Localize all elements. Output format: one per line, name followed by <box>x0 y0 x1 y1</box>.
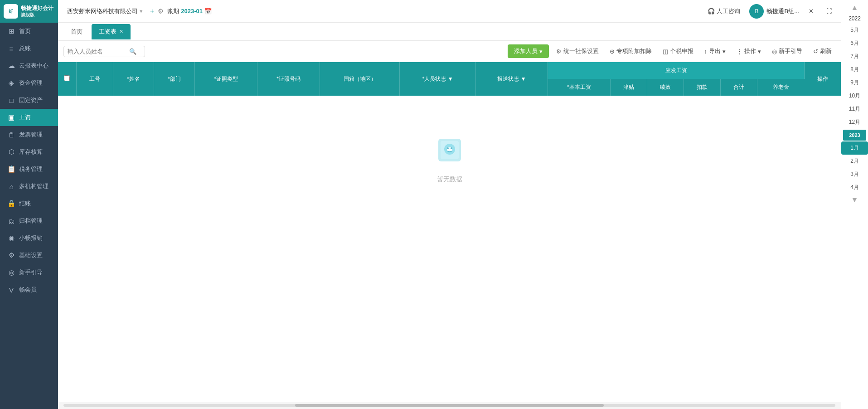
tab-home[interactable]: 首页 <box>63 24 90 39</box>
guide-icon: ◎ <box>7 268 15 277</box>
scrollbar-thumb[interactable] <box>295 404 604 407</box>
avatar: B <box>749 4 764 19</box>
month-3[interactable]: 3月 <box>841 168 868 181</box>
month-8[interactable]: 8月 <box>841 63 868 76</box>
main-content: 西安虾米网络科技有限公司 ▾ + ⚙ 账期 2023-01 📅 🎧 人工咨询 B… <box>58 0 841 409</box>
tax-declaration-btn[interactable]: ◫ 个税申报 <box>659 45 697 57</box>
prev-year-label: 2022 <box>849 14 861 24</box>
sidebar-item-fixed-assets[interactable]: □ 固定资产 <box>0 92 58 109</box>
header: 西安虾米网络科技有限公司 ▾ + ⚙ 账期 2023-01 📅 🎧 人工咨询 B… <box>58 0 841 23</box>
add-company-icon[interactable]: + <box>150 7 154 15</box>
inventory-icon: ⬡ <box>7 148 15 156</box>
month-7[interactable]: 7月 <box>841 50 868 63</box>
tab-close-salary[interactable]: ✕ <box>119 29 123 34</box>
app-logo: 好 畅捷通好会计 旗舰版 <box>0 0 58 23</box>
sidebar-item-ledger[interactable]: ≡ 总账 <box>0 40 58 57</box>
headset-icon: 🎧 <box>708 8 715 15</box>
settings-company-icon[interactable]: ⚙ <box>158 7 164 15</box>
col-pension: 养老金 <box>757 79 805 96</box>
month-1[interactable]: 1月 <box>841 141 868 155</box>
settings-icon: ⚙ <box>7 251 15 259</box>
col-id-type: *证照类型 <box>195 62 257 96</box>
tab-salary[interactable]: 工资表 ✕ <box>92 24 131 39</box>
sidebar-item-tax[interactable]: 📋 税务管理 <box>0 161 58 178</box>
fund-icon: ◈ <box>7 79 15 87</box>
month-11[interactable]: 11月 <box>841 102 868 116</box>
tax-icon: 📋 <box>7 165 15 173</box>
close-window-btn[interactable]: ✕ <box>805 5 817 18</box>
sidebar-item-member[interactable]: V 畅会员 <box>0 281 58 298</box>
col-allowance: 津贴 <box>610 79 647 96</box>
period-value: 2023-01 <box>181 8 203 15</box>
sidebar: 好 畅捷通好会计 旗舰版 ⊞ 首页 ≡ 总账 ☁ 云报表中心 ◈ 资金管理 □ … <box>0 0 58 409</box>
special-deduction-btn[interactable]: ⊕ 专项附加扣除 <box>606 45 655 57</box>
closing-icon: 🔒 <box>7 200 15 208</box>
toolbar: 🔍 添加人员 ▾ ⚙ 统一社保设置 ⊕ 专项附加扣除 ◫ 个税申报 ↑ 导出 ▾… <box>58 41 841 62</box>
col-no: 工号 <box>76 62 113 96</box>
col-deduction: 扣款 <box>684 79 721 96</box>
filter-status-icon[interactable]: ▼ <box>448 76 453 82</box>
month-2[interactable]: 2月 <box>841 155 868 168</box>
current-year-label: 2023 <box>843 130 866 141</box>
sidebar-item-expense[interactable]: ◉ 小畅报销 <box>0 229 58 247</box>
sidebar-item-salary[interactable]: ▣ 工资 <box>0 109 58 126</box>
user-profile[interactable]: B 畅捷通B组... <box>749 4 799 19</box>
export-btn[interactable]: ↑ 导出 ▾ <box>701 45 730 57</box>
company-selector[interactable]: 西安虾米网络科技有限公司 ▾ <box>63 5 146 17</box>
calendar-icon[interactable]: 📅 <box>204 8 212 15</box>
company-name: 西安虾米网络科技有限公司 <box>67 7 138 15</box>
sidebar-item-cloud-report[interactable]: ☁ 云报表中心 <box>0 57 58 74</box>
col-total: 合计 <box>721 79 757 96</box>
tab-bar: 首页 工资表 ✕ <box>58 23 841 41</box>
scrollbar-track <box>63 404 835 407</box>
sidebar-item-fund[interactable]: ◈ 资金管理 <box>0 74 58 92</box>
operation-dropdown-icon: ▾ <box>758 48 761 55</box>
sidebar-item-inventory[interactable]: ⬡ 库存核算 <box>0 143 58 161</box>
month-12[interactable]: 12月 <box>841 116 868 129</box>
human-service-btn[interactable]: 🎧 人工咨询 <box>704 5 744 17</box>
empty-state: 暂无数据 <box>58 96 841 220</box>
calendar-down-arrow[interactable]: ▼ <box>849 194 860 206</box>
deduction-icon: ⊕ <box>610 48 615 55</box>
salary-icon: ▣ <box>7 113 15 122</box>
operation-btn[interactable]: ⋮ 操作 ▾ <box>733 45 765 57</box>
guide-toolbar-icon: ◎ <box>772 48 777 55</box>
social-security-btn[interactable]: ⚙ 统一社保设置 <box>553 45 602 57</box>
col-country: 国籍（地区） <box>320 62 400 96</box>
svg-point-4 <box>447 147 449 149</box>
calendar-up-arrow[interactable]: ▲ <box>849 2 860 14</box>
svg-point-5 <box>451 147 452 149</box>
sidebar-item-multi-org[interactable]: ⌂ 多机构管理 <box>0 178 58 195</box>
month-5[interactable]: 5月 <box>841 24 868 37</box>
cloud-icon: ☁ <box>7 62 15 70</box>
refresh-btn[interactable]: ↺ 刷新 <box>810 45 835 57</box>
month-4[interactable]: 4月 <box>841 181 868 194</box>
add-person-btn[interactable]: 添加人员 ▾ <box>508 44 549 58</box>
maximize-window-btn[interactable]: ⛶ <box>823 5 835 18</box>
empty-text: 暂无数据 <box>437 175 462 184</box>
fixed-assets-icon: □ <box>7 97 15 104</box>
select-all-checkbox[interactable] <box>64 75 70 81</box>
month-6[interactable]: 6月 <box>841 37 868 50</box>
filter-report-icon[interactable]: ▼ <box>521 76 526 82</box>
sidebar-item-home[interactable]: ⊞ 首页 <box>0 23 58 40</box>
search-input[interactable] <box>68 48 126 55</box>
month-10[interactable]: 10月 <box>841 89 868 102</box>
select-all-header[interactable] <box>58 62 76 96</box>
period-display: 账期 2023-01 📅 <box>167 7 212 15</box>
sidebar-item-archive[interactable]: 🗂 归档管理 <box>0 212 58 229</box>
search-icon: 🔍 <box>129 48 136 55</box>
search-box[interactable]: 🔍 <box>63 46 145 57</box>
add-person-dropdown-icon: ▾ <box>539 48 543 55</box>
guide-btn[interactable]: ◎ 新手引导 <box>768 45 806 57</box>
col-id-no: *证照号码 <box>257 62 320 96</box>
sidebar-item-invoice[interactable]: 🗒 发票管理 <box>0 126 58 143</box>
sidebar-item-guide[interactable]: ◎ 新手引导 <box>0 264 58 281</box>
table-container: 工号 *姓名 *部门 *证照类型 *证照号码 国籍（地区） *人员状态 ▼ 报送… <box>58 62 841 402</box>
salary-table: 工号 *姓名 *部门 *证照类型 *证照号码 国籍（地区） *人员状态 ▼ 报送… <box>58 62 841 220</box>
home-icon: ⊞ <box>7 27 15 35</box>
sidebar-item-settings[interactable]: ⚙ 基础设置 <box>0 247 58 264</box>
sidebar-item-closing[interactable]: 🔒 结账 <box>0 195 58 212</box>
horizontal-scrollbar[interactable] <box>58 402 841 409</box>
month-9[interactable]: 9月 <box>841 76 868 89</box>
